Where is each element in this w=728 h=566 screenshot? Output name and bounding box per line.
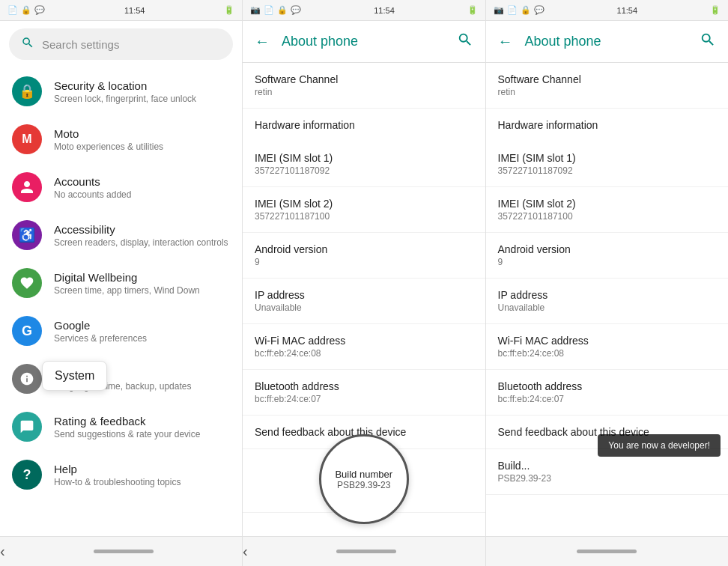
android-subtitle-c: 9 [255,257,473,267]
imei2-title-r: IMEI (SIM slot 2) [498,198,717,210]
search-placeholder: Search settings [42,38,119,51]
camera-icon: 📷 [250,5,261,15]
build-circle-title: Build number [335,469,392,480]
about-header-center: ← About phone [243,21,485,63]
help-title: Help [54,463,230,475]
accounts-title: Accounts [54,175,230,188]
ip-title-r: IP address [498,289,717,301]
google-text: Google Services & preferences [54,319,230,344]
bottom-nav-right [486,536,729,566]
wifi-title-r: Wi-Fi MAC address [498,335,717,347]
about-list-center: Software Channel retin Hardware informat… [243,63,485,536]
software-channel-subtitle-c: retin [255,87,473,97]
search-button-center[interactable] [457,31,473,52]
file-icon-c: 📄 [264,5,274,15]
status-icons-left: 📄 🔒 💬 [7,5,45,15]
digital-wellbeing-text: Digital Wellbeing Screen time, app timer… [54,271,230,296]
message-icon-r: 💬 [534,5,545,15]
bottom-nav-left: ‹ [0,536,242,566]
rating-subtitle: Send suggestions & rate your device [54,429,230,439]
about-item-ip-r[interactable]: IP address Unavailable [486,279,729,324]
home-indicator-c [336,550,396,553]
battery-icon-center: 🔋 [467,5,478,15]
build-subtitle-r: PSB29.39-23 [498,473,717,484]
bt-subtitle-r: bc:ff:eb:24:ce:07 [498,394,717,404]
home-indicator [94,550,154,553]
google-icon: G [12,316,42,346]
sidebar-item-moto[interactable]: M Moto Moto experiences & utilities [0,115,242,163]
google-title: Google [54,319,230,332]
bottom-nav-center: ‹ [243,536,485,566]
digital-wellbeing-icon [12,268,42,298]
ip-title-c: IP address [255,289,473,301]
back-nav-icon-c[interactable]: ‹ [243,543,248,560]
camera-icon-r: 📷 [494,5,504,15]
about-item-software-channel-r[interactable]: Software Channel retin [486,63,729,109]
system-tooltip: System [42,361,107,391]
about-item-build-c[interactable]: Build number PSB29.39-23 [243,449,485,513]
search-bar[interactable]: Search settings [9,28,233,60]
settings-list: 🔒 Security & location Screen lock, finge… [0,67,242,536]
battery-icon-right: 🔋 [710,5,721,15]
about-item-ip-c[interactable]: IP address Unavailable [243,279,485,324]
developer-toast: You are now a developer! [598,434,721,457]
about-item-imei2-r[interactable]: IMEI (SIM slot 2) 357227101187100 [486,187,729,233]
about-item-imei1-c[interactable]: IMEI (SIM slot 1) 357227101187092 [243,142,485,187]
about-item-software-channel-c[interactable]: Software Channel retin [243,63,485,109]
security-icon: 🔒 [12,76,42,106]
android-title-r: Android version [498,243,717,255]
android-subtitle-r: 9 [498,257,717,267]
security-text: Security & location Screen lock, fingerp… [54,79,230,104]
digital-wellbeing-title: Digital Wellbeing [54,271,230,284]
imei1-title-c: IMEI (SIM slot 1) [255,152,473,164]
file-icon-r: 📄 [507,5,518,15]
help-icon: ? [12,460,42,490]
wifi-subtitle-c: bc:ff:eb:24:ce:08 [255,348,473,359]
about-item-bt-c[interactable]: Bluetooth address bc:ff:eb:24:ce:07 [243,370,485,416]
about-item-android-c[interactable]: Android version 9 [243,233,485,279]
help-subtitle: How-to & troubleshooting topics [54,477,230,487]
back-button-right[interactable]: ← [498,33,513,50]
bt-subtitle-c: bc:ff:eb:24:ce:07 [255,394,473,404]
sidebar-item-google[interactable]: G Google Services & preferences [0,307,242,355]
about-item-wifi-c[interactable]: Wi-Fi MAC address bc:ff:eb:24:ce:08 [243,324,485,370]
ip-subtitle-c: Unavailable [255,302,473,313]
moto-icon: M [12,124,42,154]
build-title-r: Build... [498,460,717,472]
accessibility-icon: ♿ [12,220,42,250]
moto-subtitle: Moto experiences & utilities [54,142,230,152]
help-text: Help How-to & troubleshooting topics [54,463,230,487]
sidebar-item-accessibility[interactable]: ♿ Accessibility Screen readers, display,… [0,211,242,259]
lock-icon: 🔒 [21,5,31,15]
about-item-imei1-r[interactable]: IMEI (SIM slot 1) 357227101187092 [486,142,729,187]
accessibility-title: Accessibility [54,223,230,236]
status-bar-left: 📄 🔒 💬 11:54 🔋 [0,0,243,20]
imei2-subtitle-r: 357227101187100 [498,211,717,222]
sidebar-item-help[interactable]: ? Help How-to & troubleshooting topics [0,451,242,499]
message-icon: 💬 [34,5,45,15]
search-button-right[interactable] [700,31,716,52]
about-item-bt-r[interactable]: Bluetooth address bc:ff:eb:24:ce:07 [486,370,729,416]
system-icon [12,364,42,394]
about-item-wifi-r[interactable]: Wi-Fi MAC address bc:ff:eb:24:ce:08 [486,324,729,370]
about-item-android-r[interactable]: Android version 9 [486,233,729,279]
sidebar-item-digital-wellbeing[interactable]: Digital Wellbeing Screen time, app timer… [0,259,242,307]
accounts-text: Accounts No accounts added [54,175,230,200]
about-panel-right: ← About phone Software Channel retin Har… [486,21,729,566]
sidebar-item-accounts[interactable]: Accounts No accounts added [0,163,242,211]
hardware-info-header-r: Hardware information [486,109,729,142]
about-item-imei2-c[interactable]: IMEI (SIM slot 2) 357227101187100 [243,187,485,233]
about-title-right: About phone [525,34,688,49]
security-subtitle: Screen lock, fingerprint, face unlock [54,94,230,104]
about-item-build-r[interactable]: Build... PSB29.39-23 You are now a devel… [486,449,729,495]
status-bar-center: 📷 📄 🔒 💬 11:54 🔋 [243,0,485,20]
sidebar-item-security[interactable]: 🔒 Security & location Screen lock, finge… [0,67,242,115]
status-bar: 📄 🔒 💬 11:54 🔋 📷 📄 🔒 💬 11:54 🔋 📷 📄 🔒 💬 11… [0,0,728,21]
about-panels-container: ← About phone Software Channel retin Har… [243,21,728,566]
sidebar-item-rating[interactable]: Rating & feedback Send suggestions & rat… [0,403,242,451]
back-button-center[interactable]: ← [255,33,270,50]
back-nav-icon[interactable]: ‹ [0,543,5,560]
search-icon [21,36,34,52]
sidebar-item-system[interactable]: System Languages, time, backup, updates … [0,355,242,403]
wifi-title-c: Wi-Fi MAC address [255,335,473,347]
